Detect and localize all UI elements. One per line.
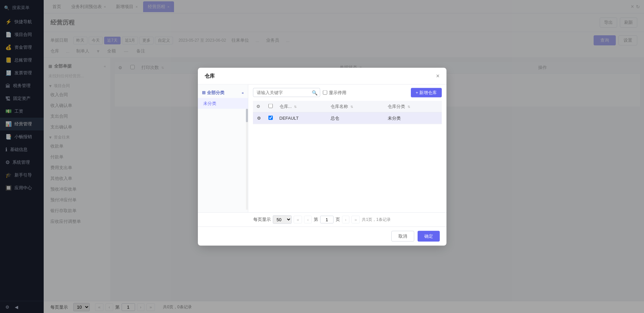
modal-pagination: 每页显示 501020100 « ‹ 第 页 › » 共1页，1条记录 — [198, 212, 446, 226]
modal-sidebar-uncategorized[interactable]: 未分类 — [198, 98, 248, 109]
modal-next-btn[interactable]: › — [342, 216, 349, 223]
modal-col-name: 仓库名称 ⇅ — [327, 101, 384, 112]
warehouse-search-input[interactable] — [253, 88, 320, 97]
modal-col-gear: ⚙ — [253, 101, 265, 112]
modal-search-wrap: 🔍 显示停用 — [253, 88, 346, 97]
modal-sidebar-all[interactable]: ⊞ 全部分类 « — [198, 87, 248, 98]
modal-page-size-label: 每页显示 — [253, 217, 271, 223]
row-gear: ⚙ — [253, 112, 265, 124]
modal-header: 仓库 × — [198, 68, 446, 84]
modal-action-footer: 取消 确定 — [198, 226, 446, 245]
sort-name-icon: ⇅ — [350, 105, 353, 108]
confirm-button[interactable]: 确定 — [418, 231, 440, 241]
search-icon[interactable]: 🔍 — [312, 90, 317, 95]
modal-select-all[interactable] — [268, 104, 273, 108]
add-warehouse-button[interactable]: + 新增仓库 — [411, 88, 441, 97]
modal-sidebar-all-label: 全部分类 — [207, 89, 224, 95]
modal-title: 仓库 — [205, 73, 215, 79]
modal-toolbar: 🔍 显示停用 + 新增仓库 — [253, 88, 442, 97]
warehouse-modal: 仓库 × ⊞ 全部分类 « 未分类 — [198, 68, 446, 245]
row-checkbox — [265, 112, 276, 124]
modal-body: ⊞ 全部分类 « 未分类 🔍 — [198, 84, 446, 212]
modal-first-btn[interactable]: « — [294, 216, 302, 223]
row-name: 总仓 — [327, 112, 384, 124]
show-disabled-label[interactable]: 显示停用 — [323, 89, 346, 95]
warehouse-table: ⚙ 仓库... ⇅ 仓库名称 ⇅ 仓库分类 — [253, 101, 442, 124]
cancel-button[interactable]: 取消 — [391, 231, 414, 241]
modal-sidebar: ⊞ 全部分类 « 未分类 — [198, 84, 248, 212]
modal-main: 🔍 显示停用 + 新增仓库 ⚙ — [248, 84, 446, 212]
modal-prev-btn[interactable]: ‹ — [304, 216, 311, 223]
modal-last-btn[interactable]: » — [351, 216, 360, 223]
row-code: DEFAULT — [276, 112, 327, 124]
show-disabled-checkbox[interactable] — [323, 90, 327, 95]
sidebar-collapse-icon[interactable]: « — [242, 90, 244, 94]
modal-close-button[interactable]: × — [436, 72, 440, 79]
table-row[interactable]: ⚙ DEFAULT 总仓 未分类 — [253, 112, 442, 124]
row-select-checkbox[interactable] — [268, 115, 273, 120]
modal-page-label: 第 — [314, 217, 318, 223]
grid-icon-modal: ⊞ — [202, 90, 206, 95]
modal-col-checkbox — [265, 101, 276, 112]
modal-sidebar-uncategorized-label: 未分类 — [203, 101, 216, 106]
modal-page-size-select[interactable]: 501020100 — [273, 215, 292, 224]
modal-page-input[interactable] — [320, 216, 334, 223]
modal-col-code: 仓库... ⇅ — [276, 101, 327, 112]
sort-code-icon: ⇅ — [294, 105, 297, 108]
sort-category-icon: ⇅ — [407, 105, 410, 108]
modal-sidebar-scrollbar-thumb — [246, 109, 248, 122]
modal-col-category: 仓库分类 ⇅ — [384, 101, 441, 112]
search-wrap: 🔍 — [253, 88, 320, 97]
modal-table-wrap: ⚙ 仓库... ⇅ 仓库名称 ⇅ 仓库分类 — [253, 101, 442, 209]
modal-total-info: 共1页，1条记录 — [362, 217, 390, 222]
row-category: 未分类 — [384, 112, 441, 124]
modal-page-unit: 页 — [336, 217, 340, 223]
modal-sidebar-scrollbar[interactable] — [246, 109, 248, 209]
